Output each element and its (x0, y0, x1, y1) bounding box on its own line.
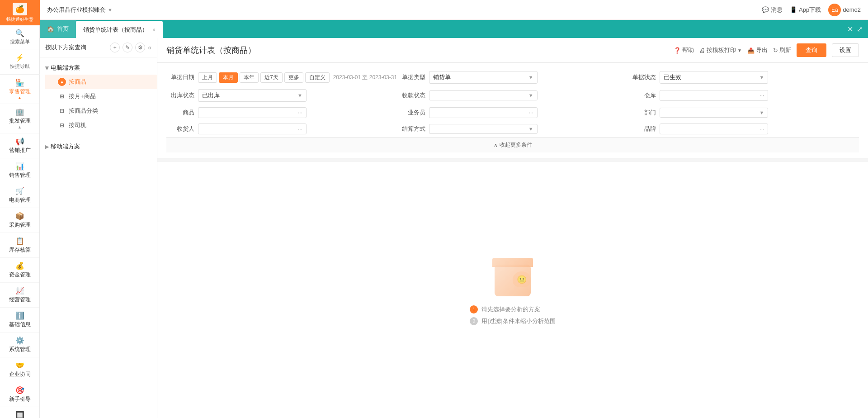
date-btn-this-month[interactable]: 本月 (219, 72, 238, 83)
scheme-item-by-category[interactable]: ⊟ 按商品分类 (45, 104, 157, 118)
tab-window-controls: ✕ ⤢ (842, 25, 868, 33)
top-header: 办公用品行业模拟账套 ▼ 💬 消息 📱 App下载 Ea demo2 (40, 0, 868, 20)
page-actions: ❓ 帮助 🖨 按模板打印 ▼ 📤 导出 ↻ (674, 43, 859, 57)
operation-label: 经营管理 (9, 296, 31, 304)
brand-dots-btn[interactable]: ··· (760, 126, 764, 132)
date-btn-this-year[interactable]: 本年 (240, 72, 259, 83)
receiver-input[interactable]: ··· (198, 124, 307, 134)
tab-close-btn[interactable]: × (152, 27, 156, 33)
receiver-dots-btn[interactable]: ··· (298, 126, 302, 132)
date-btn-more[interactable]: 更多 (284, 72, 303, 83)
sidebar-item-sales[interactable]: 📊 销售管理 (0, 158, 39, 183)
basic-icon: ℹ️ (15, 311, 24, 320)
user-profile[interactable]: Ea demo2 (828, 4, 861, 16)
retail-icon: 🏪 (15, 78, 24, 87)
collapse-more-btn[interactable]: ∧ 收起更多条件 (166, 137, 859, 152)
sidebar-item-marketing[interactable]: 📢 营销推广 (0, 133, 39, 158)
settlement-select[interactable]: ▼ (429, 124, 538, 134)
date-btn-7days[interactable]: 近7天 (260, 72, 283, 83)
help-link[interactable]: ❓ 帮助 (674, 46, 694, 54)
sidebar-item-system[interactable]: ⚙️ 系统管理 (0, 332, 39, 357)
date-btn-custom[interactable]: 自定义 (305, 72, 330, 83)
collab-label: 企业协同 (9, 370, 31, 378)
filter-row-1: 单据日期 上月 本月 本年 近7天 更多 自定义 2023-03-01 至 20… (166, 68, 859, 86)
warehouse-dots-btn[interactable]: ··· (760, 92, 764, 99)
add-scheme-btn[interactable]: + (110, 43, 120, 52)
search-menu[interactable]: 🔍 搜索菜单 (0, 25, 39, 49)
industry-selector[interactable]: 办公用品行业模拟账套 ▼ (47, 6, 113, 14)
type-value: 销货单 (433, 73, 451, 81)
out-status-filter-cell: 出库状态 已出库 ▼ (166, 86, 397, 104)
status-value: 已生效 (664, 73, 681, 81)
receiver-label: 收货人 (166, 125, 198, 133)
sidebar-item-ecommerce[interactable]: 🛒 电商管理 (0, 183, 39, 208)
sidebar-item-appcenter[interactable]: 🔲 应用中心 (0, 407, 39, 418)
sidebar-item-operation[interactable]: 📈 经营管理 (0, 283, 39, 308)
collapse-panel-btn[interactable]: « (148, 44, 151, 51)
sidebar: 🍊 畅捷通好生意 🔍 搜索菜单 ⚡ 快捷导航 🏪 零售管理 ▲ 🏢 批发管理 ▲… (0, 0, 40, 418)
marketing-icon: 📢 (15, 137, 24, 146)
sidebar-item-collab[interactable]: 🤝 企业协同 (0, 357, 39, 382)
messages-action[interactable]: 💬 消息 (762, 6, 783, 14)
home-icon: 🏠 (47, 26, 54, 33)
sidebar-item-guide[interactable]: 🎯 新手引导 (0, 382, 39, 407)
tab-sales-stat[interactable]: 销货单统计表（按商品） × (76, 21, 163, 39)
settings-scheme-btn[interactable]: ⚙ (135, 43, 145, 52)
app-download-action[interactable]: 📱 App下载 (790, 6, 821, 14)
sidebar-item-inventory[interactable]: 📋 库存核算 (0, 233, 39, 258)
sidebar-nav-quick[interactable]: ⚡ 快捷导航 (0, 51, 40, 72)
sidebar-item-finance[interactable]: 💰 资金管理 (0, 258, 39, 283)
app-logo[interactable]: 🍊 畅捷通好生意 (0, 0, 40, 25)
system-label: 系统管理 (9, 346, 31, 353)
left-panel-actions: + ✎ ⚙ « (110, 43, 151, 52)
sidebar-item-retail[interactable]: 🏪 零售管理 ▲ (0, 75, 39, 104)
scheme-item-by-month-goods[interactable]: ⊞ 按月+商品 (45, 89, 157, 104)
goods-filter-cell: 商品 ··· (166, 104, 397, 121)
type-select[interactable]: 销货单 ▼ (429, 71, 538, 84)
tab-home[interactable]: 🏠 首页 (40, 20, 76, 38)
logo-text: 畅捷通好生意 (6, 16, 33, 23)
date-shortcuts-group: 上月 本月 本年 近7天 更多 自定义 2023-03-01 至 2023-03… (198, 72, 397, 83)
scheme-item-by-driver[interactable]: ⊟ 按司机 (45, 118, 157, 133)
scheme-item-by-goods[interactable]: ● 按商品 (45, 75, 157, 89)
dept-dropdown-icon: ▼ (759, 110, 764, 115)
sidebar-item-wholesale[interactable]: 🏢 批发管理 ▲ (0, 104, 39, 133)
receipt-status-select[interactable]: ▼ (429, 90, 538, 100)
dept-select[interactable]: ▼ (660, 108, 768, 118)
tree-group-pc[interactable]: ▶ 电脑端方案 (40, 61, 157, 75)
goods-dots-btn[interactable]: ··· (298, 109, 302, 116)
app-download-label: App下载 (799, 6, 821, 14)
message-icon: 💬 (762, 6, 769, 13)
empty-tips: 1 请先选择要分析的方案 2 用[过滤]条件来缩小分析范围 (470, 305, 555, 329)
scheme-by-goods-label: 按商品 (69, 78, 86, 86)
status-select[interactable]: 已生效 ▼ (660, 71, 768, 84)
refresh-link[interactable]: ↻ 刷新 (773, 46, 791, 54)
out-status-select[interactable]: 已出库 ▼ (198, 89, 307, 102)
edit-scheme-btn[interactable]: ✎ (123, 43, 132, 52)
date-btn-last-month[interactable]: 上月 (198, 72, 217, 83)
brand-input[interactable]: ··· (660, 124, 768, 134)
download-icon: 📱 (790, 6, 797, 13)
maximize-window-btn[interactable]: ⤢ (857, 25, 863, 33)
goods-input[interactable]: ··· (198, 107, 307, 118)
receipt-dropdown-icon: ▼ (528, 93, 533, 98)
date-filter-cell: 单据日期 上月 本月 本年 近7天 更多 自定义 2023-03-01 至 20… (166, 68, 397, 86)
sidebar-item-basic[interactable]: ℹ️ 基础信息 (0, 308, 39, 332)
avatar-initials: Ea (831, 7, 838, 13)
salesperson-input[interactable]: ··· (429, 107, 538, 118)
close-window-btn[interactable]: ✕ (847, 25, 853, 33)
export-link[interactable]: 📤 导出 (747, 46, 768, 54)
active-tab-label: 销货单统计表（按商品） (83, 26, 148, 34)
mobile-group-arrow: ▶ (45, 144, 49, 150)
quick-nav: ⚡ 快捷导航 (0, 49, 40, 75)
salesperson-dots-btn[interactable]: ··· (529, 109, 533, 116)
sidebar-item-purchase[interactable]: 📦 采购管理 (0, 208, 39, 233)
query-button[interactable]: 查询 (797, 43, 826, 57)
home-tab-label: 首页 (57, 25, 69, 33)
tree-group-mobile[interactable]: ▶ 移动端方案 (40, 140, 157, 153)
warehouse-input[interactable]: ··· (660, 90, 768, 101)
purchase-icon: 📦 (15, 212, 24, 220)
date-label: 单据日期 (166, 73, 198, 81)
settings-button[interactable]: 设置 (832, 43, 859, 57)
print-link[interactable]: 🖨 按模板打印 ▼ (699, 46, 742, 54)
